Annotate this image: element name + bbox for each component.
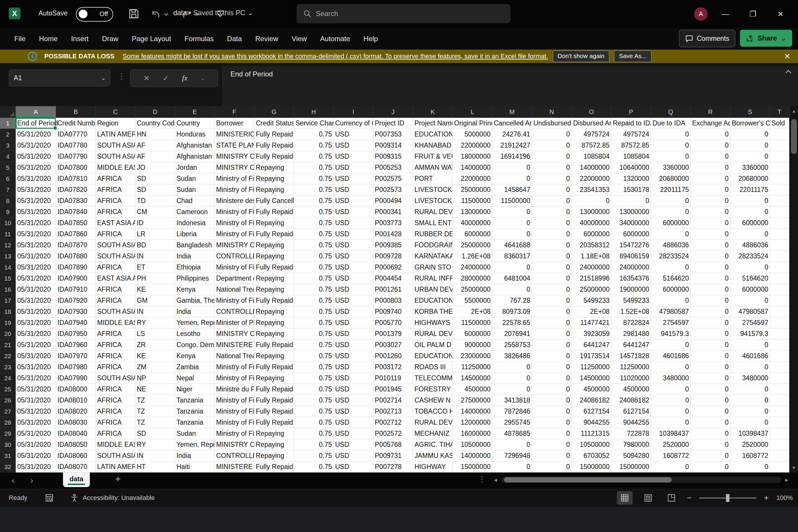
- cell-H7[interactable]: 0.75: [294, 184, 334, 195]
- cell-G17[interactable]: Fully Repaid: [254, 295, 294, 306]
- cell-P8[interactable]: 0: [611, 195, 651, 207]
- cell-S8[interactable]: 0: [730, 195, 770, 207]
- cell-N26[interactable]: 0: [532, 395, 572, 406]
- cell-A18[interactable]: 05/31/2020: [16, 306, 56, 317]
- cell-Q18[interactable]: 47980587: [651, 306, 691, 317]
- cell-H19[interactable]: 0.75: [294, 317, 334, 328]
- cell-A25[interactable]: 05/31/2020: [16, 384, 56, 395]
- row-header-30[interactable]: 30: [0, 439, 16, 450]
- cell-N23[interactable]: 0: [532, 362, 572, 373]
- account-avatar[interactable]: A: [694, 7, 708, 21]
- cell-E26[interactable]: Tanzania: [175, 395, 215, 406]
- zoom-slider[interactable]: [699, 498, 756, 498]
- accessibility-status[interactable]: Accessibility: Unavailable: [83, 494, 155, 502]
- tab-review[interactable]: Review: [248, 35, 285, 43]
- cell-Q27[interactable]: 0: [651, 406, 691, 417]
- cell-M9[interactable]: 0: [492, 207, 532, 217]
- cell-O17[interactable]: 5499233: [572, 295, 611, 306]
- page-layout-view-button[interactable]: [640, 491, 656, 505]
- cell-N7[interactable]: 0: [532, 184, 572, 195]
- cell-S19[interactable]: 2754597: [730, 317, 770, 328]
- cell-O3[interactable]: 87572.85: [572, 140, 611, 151]
- cell-C18[interactable]: SOUTH ASIA: [96, 306, 135, 317]
- cell-A17[interactable]: 05/31/2020: [16, 295, 56, 306]
- cell-O15[interactable]: 21518996: [572, 273, 611, 284]
- cell-K17[interactable]: EDUCATION: [413, 295, 453, 306]
- cell-E25[interactable]: Niger: [175, 384, 215, 395]
- cell-H15[interactable]: 0.75: [294, 273, 334, 284]
- column-header-K[interactable]: K: [413, 106, 453, 118]
- cell-R11[interactable]: 0: [691, 229, 730, 240]
- cell-T10[interactable]: [770, 217, 789, 229]
- cell-Q14[interactable]: 0: [651, 262, 691, 273]
- cell-I15[interactable]: USD: [334, 273, 373, 284]
- cell-L26[interactable]: 27500000: [453, 395, 492, 406]
- cell-R10[interactable]: 0: [691, 217, 730, 229]
- cell-N29[interactable]: 0: [532, 428, 572, 439]
- cell-L7[interactable]: 25000000: [453, 184, 492, 195]
- cell-J30[interactable]: P005768: [373, 439, 413, 450]
- cell-Q25[interactable]: 0: [651, 384, 691, 395]
- cell-R5[interactable]: 0: [691, 162, 730, 173]
- cell-D27[interactable]: TZ: [135, 406, 175, 417]
- cell-R19[interactable]: 0: [691, 317, 730, 328]
- cell-A31[interactable]: 05/31/2020: [16, 450, 56, 461]
- cell-A10[interactable]: 05/31/2020: [16, 217, 56, 229]
- cell-P26[interactable]: 24086182: [611, 395, 651, 406]
- cell-K18[interactable]: KORBA THE: [413, 306, 453, 317]
- column-header-M[interactable]: M: [492, 106, 532, 118]
- cell-L5[interactable]: 14000000: [453, 162, 492, 173]
- cell-M11[interactable]: 0: [492, 229, 532, 240]
- cell-C15[interactable]: EAST ASIA AND PACIFIC: [96, 273, 135, 284]
- cell-E2[interactable]: Honduras: [175, 129, 215, 140]
- cell-A23[interactable]: 05/31/2020: [16, 362, 56, 373]
- cell-F3[interactable]: STATE PLANNING MINISTRY: [215, 140, 254, 151]
- cell-E21[interactable]: Congo, Democratic Republic of: [175, 340, 215, 350]
- cell-S4[interactable]: 0: [730, 151, 770, 162]
- cell-P21[interactable]: 6441247: [611, 340, 651, 350]
- cell-C10[interactable]: EAST ASIA AND PACIFIC: [96, 217, 135, 229]
- cell-P6[interactable]: 1320000: [611, 173, 651, 184]
- cell-T25[interactable]: [770, 384, 789, 395]
- cell-N14[interactable]: 0: [532, 262, 572, 273]
- row-header-3[interactable]: 3: [0, 140, 16, 151]
- row-header-1[interactable]: 1: [0, 118, 16, 129]
- cell-R6[interactable]: 0: [691, 173, 730, 184]
- cell-G31[interactable]: Repaying: [254, 450, 294, 461]
- normal-view-button[interactable]: [617, 491, 633, 505]
- cell-B1[interactable]: Credit Number: [56, 118, 96, 129]
- cell-G6[interactable]: Repaying: [254, 173, 294, 184]
- cell-M19[interactable]: 22578.65: [492, 317, 532, 328]
- cell-K10[interactable]: SMALL ENT: [413, 217, 453, 229]
- zoom-in-button[interactable]: +: [764, 493, 768, 502]
- name-box-chevron-icon[interactable]: ⌄: [101, 70, 106, 86]
- cell-J25[interactable]: P001945: [373, 384, 413, 395]
- cell-J27[interactable]: P002713: [373, 406, 413, 417]
- cell-C1[interactable]: Region: [96, 118, 135, 129]
- cell-F21[interactable]: MINISTERE DES FINANCES: [215, 340, 254, 350]
- cell-T4[interactable]: [770, 151, 789, 162]
- cell-O4[interactable]: 1085804: [572, 151, 611, 162]
- cell-F17[interactable]: Ministry of Finance: [215, 295, 254, 306]
- cell-M23[interactable]: 0: [492, 362, 532, 373]
- cell-F1[interactable]: Borrower: [215, 118, 254, 129]
- cell-G2[interactable]: Fully Repaid: [254, 129, 294, 140]
- cell-J21[interactable]: P003027: [373, 340, 413, 350]
- cell-M29[interactable]: 4878685: [492, 428, 532, 439]
- row-header-23[interactable]: 23: [0, 362, 16, 373]
- column-header-O[interactable]: O: [572, 106, 611, 118]
- cell-M13[interactable]: 8360317: [492, 251, 532, 262]
- cell-I25[interactable]: USD: [334, 384, 373, 395]
- cell-A29[interactable]: 05/31/2020: [16, 428, 56, 439]
- cell-G11[interactable]: Fully Repaid: [254, 229, 294, 240]
- cell-Q21[interactable]: 0: [651, 340, 691, 350]
- cell-I13[interactable]: USD: [334, 251, 373, 262]
- cell-I9[interactable]: USD: [334, 207, 373, 217]
- cell-G26[interactable]: Fully Repaid: [254, 395, 294, 406]
- column-header-D[interactable]: D: [135, 106, 175, 118]
- cell-S12[interactable]: 4886036: [730, 240, 770, 251]
- cell-A28[interactable]: 05/31/2020: [16, 417, 56, 428]
- cell-L21[interactable]: 9000000: [453, 340, 492, 350]
- cell-K3[interactable]: KHANABAD: [413, 140, 453, 151]
- cell-A14[interactable]: 05/31/2020: [16, 262, 56, 273]
